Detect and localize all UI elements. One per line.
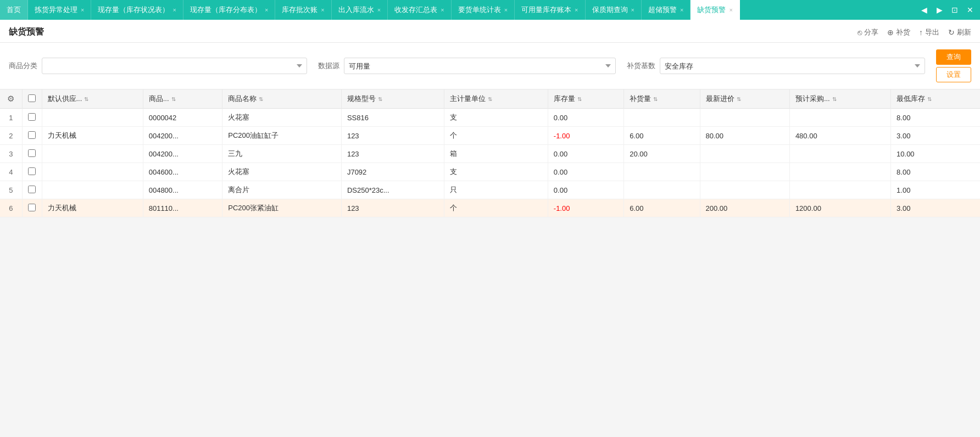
nav-tab-home[interactable]: 首页 <box>0 0 28 20</box>
cell-supplier <box>42 109 143 127</box>
nav-restore-button[interactable]: ⊡ <box>947 2 962 18</box>
nav-tab-pick[interactable]: 拣货异常处理 × <box>28 0 91 20</box>
row-checkbox-cell[interactable] <box>22 163 42 181</box>
row-checkbox[interactable] <box>28 204 36 211</box>
close-tab-summary[interactable]: × <box>441 7 444 13</box>
cell-latest-price <box>700 109 789 127</box>
nav-tab-expire[interactable]: 保质期查询 × <box>586 0 642 20</box>
table-row: 6 力天机械 801110... PC200张紧油缸 123 个 -1.00 6… <box>0 199 980 217</box>
row-checkbox-cell[interactable] <box>22 145 42 163</box>
nav-next-button[interactable]: ▶ <box>932 2 947 18</box>
row-checkbox[interactable] <box>28 113 36 121</box>
cell-spec: 123 <box>341 127 444 145</box>
nav-tab-overstock[interactable]: 超储预警 × <box>642 0 691 20</box>
cell-latest-price <box>700 145 789 163</box>
sort-icon-name: ⇅ <box>259 96 263 102</box>
row-checkbox-cell[interactable] <box>22 199 42 217</box>
nav-tab-stock1[interactable]: 现存量（库存状况表） × <box>91 0 183 20</box>
refresh-action[interactable]: ↻ 刷新 <box>948 27 971 37</box>
nav-tab-order[interactable]: 要货单统计表 × <box>452 0 515 20</box>
cell-spec: DS250*23c... <box>341 181 444 199</box>
row-checkbox-cell[interactable] <box>22 109 42 127</box>
share-icon: ⎋ <box>858 28 862 37</box>
cell-estimated-purchase: 480.00 <box>789 127 890 145</box>
refresh-icon: ↻ <box>948 28 955 37</box>
share-action[interactable]: ⎋ 分享 <box>858 27 878 37</box>
cell-spec: SS816 <box>341 109 444 127</box>
close-tab-order[interactable]: × <box>504 7 508 13</box>
data-table: ⚙ 默认供应... ⇅ 商品... ⇅ <box>0 89 980 217</box>
cell-unit: 支 <box>444 163 548 181</box>
filter-actions: 查询 设置 <box>936 49 971 82</box>
nav-tab-batch[interactable]: 库存批次账 × <box>275 0 331 20</box>
cell-unit: 个 <box>444 199 548 217</box>
table-row: 4 004600... 火花塞 J7092 支 0.00 8.00 <box>0 163 980 181</box>
table-row: 1 0000042 火花塞 SS816 支 0.00 8.00 <box>0 109 980 127</box>
cell-product-code: 801110... <box>143 199 222 217</box>
datasource-select[interactable]: 可用量 <box>344 58 616 74</box>
th-default-supplier[interactable]: 默认供应... ⇅ <box>42 89 143 109</box>
close-tab-pick[interactable]: × <box>81 7 84 13</box>
close-tab-batch[interactable]: × <box>321 7 324 13</box>
category-select[interactable] <box>42 58 307 74</box>
cell-min-stock: 3.00 <box>891 199 980 217</box>
table-header-row: ⚙ 默认供应... ⇅ 商品... ⇅ <box>0 89 980 109</box>
export-action[interactable]: ↑ 导出 <box>919 27 939 37</box>
row-num: 6 <box>0 199 22 217</box>
cell-product-code: 004800... <box>143 181 222 199</box>
row-checkbox-cell[interactable] <box>22 181 42 199</box>
cell-product-name: 火花塞 <box>222 163 342 181</box>
th-settings[interactable]: ⚙ <box>0 89 22 109</box>
row-num: 1 <box>0 109 22 127</box>
cell-unit: 只 <box>444 181 548 199</box>
th-latest-price[interactable]: 最新进价 ⇅ <box>700 89 789 109</box>
cell-supplier <box>42 145 143 163</box>
close-tab-stock1[interactable]: × <box>172 7 176 13</box>
cell-spec: 123 <box>341 199 444 217</box>
cell-replenish <box>624 181 700 199</box>
cell-spec: 123 <box>341 145 444 163</box>
replenish-base-select[interactable]: 安全库存 <box>660 58 925 74</box>
th-product-code[interactable]: 商品... ⇅ <box>143 89 222 109</box>
row-checkbox[interactable] <box>28 186 36 193</box>
nav-tab-available[interactable]: 可用量库存账本 × <box>515 0 585 20</box>
th-replenish[interactable]: 补货量 ⇅ <box>624 89 700 109</box>
th-product-name[interactable]: 商品名称 ⇅ <box>222 89 342 109</box>
cell-stock: -1.00 <box>548 127 623 145</box>
row-checkbox[interactable] <box>28 131 36 139</box>
cell-supplier: 力天机械 <box>42 127 143 145</box>
th-estimated-purchase[interactable]: 预计采购... ⇅ <box>789 89 890 109</box>
close-tab-inout[interactable]: × <box>377 7 381 13</box>
nav-tab-stock2[interactable]: 现存量（库存分布表） × <box>183 0 275 20</box>
close-tab-shortage[interactable]: × <box>729 7 732 13</box>
close-tab-stock2[interactable]: × <box>265 7 268 13</box>
cell-estimated-purchase <box>789 163 890 181</box>
close-tab-available[interactable]: × <box>575 7 578 13</box>
th-min-stock[interactable]: 最低库存 ⇅ <box>891 89 980 109</box>
nav-tab-inout[interactable]: 出入库流水 × <box>332 0 388 20</box>
replenish-base-filter-group: 补货基数 安全库存 <box>627 58 925 74</box>
nav-tab-shortage[interactable]: 缺货预警 × <box>691 0 739 20</box>
th-stock[interactable]: 库存量 ⇅ <box>548 89 623 109</box>
query-button[interactable]: 查询 <box>936 49 971 65</box>
replenish-action[interactable]: ⊕ 补货 <box>887 27 910 37</box>
close-tab-overstock[interactable]: × <box>680 7 683 13</box>
th-checkbox[interactable] <box>22 89 42 109</box>
cell-replenish <box>624 163 700 181</box>
sort-icon-replenish: ⇅ <box>653 96 658 102</box>
settings-button[interactable]: 设置 <box>936 67 971 82</box>
cell-replenish <box>624 109 700 127</box>
th-unit[interactable]: 主计量单位 ⇅ <box>444 89 548 109</box>
close-tab-expire[interactable]: × <box>631 7 634 13</box>
th-spec[interactable]: 规格型号 ⇅ <box>341 89 444 109</box>
row-checkbox[interactable] <box>28 149 36 157</box>
select-all-checkbox[interactable] <box>28 94 36 102</box>
row-checkbox-cell[interactable] <box>22 127 42 145</box>
replenish-icon: ⊕ <box>887 28 894 37</box>
nav-prev-button[interactable]: ◀ <box>916 2 932 18</box>
nav-close-button[interactable]: ✕ <box>962 2 978 18</box>
row-checkbox[interactable] <box>28 167 36 175</box>
table-settings-icon[interactable]: ⚙ <box>7 94 14 103</box>
nav-tab-summary[interactable]: 收发存汇总表 × <box>388 0 451 20</box>
header-actions: ⎋ 分享 ⊕ 补货 ↑ 导出 ↻ 刷新 <box>858 27 971 37</box>
